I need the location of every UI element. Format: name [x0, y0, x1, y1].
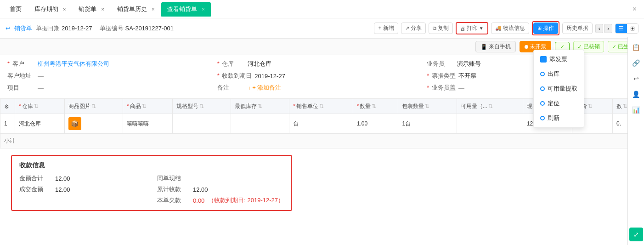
- ticket-label: * 票据类型: [427, 72, 456, 80]
- tab-sales[interactable]: 销货单 ×: [73, 2, 110, 17]
- total-label: 金额合计: [19, 174, 51, 182]
- ops-button[interactable]: ⊞ 操作: [533, 23, 558, 34]
- subtotal-cell: 小计: [0, 134, 644, 148]
- doc-type-label: 销货单: [14, 24, 32, 33]
- sidebar-icon-5[interactable]: 📊: [629, 103, 643, 117]
- col-unit: *销售单位⇅: [289, 99, 353, 114]
- payment-title: 收款信息: [19, 161, 284, 170]
- new-button[interactable]: + 新增: [374, 23, 398, 34]
- grid-view-button[interactable]: ⊞: [627, 24, 638, 33]
- logistics-label: 物流信息: [503, 24, 525, 32]
- list-view-button[interactable]: ☰: [616, 24, 627, 33]
- nav-arrows: ‹ ›: [595, 24, 612, 33]
- address-label: 客户地址: [7, 72, 35, 80]
- history-button[interactable]: 历史单据: [562, 23, 593, 34]
- sidebar-icon-2[interactable]: 🔗: [629, 56, 643, 70]
- add-note-button[interactable]: + + 添加备注: [248, 84, 282, 92]
- project-value: —: [38, 85, 44, 91]
- col-warehouse: *仓库⇅: [15, 99, 65, 114]
- row-unit: 台: [289, 114, 353, 134]
- check-eff-icon: ✓: [612, 44, 616, 50]
- warehouse-field: * 仓库 河北仓库: [217, 60, 427, 68]
- col-product: *商品⇅: [123, 99, 172, 114]
- doc-date-item: 单据日期 2019-12-27: [36, 24, 92, 33]
- col-available: 可用量（...⇅: [457, 99, 523, 114]
- share-button[interactable]: ↗ 分享: [401, 23, 426, 34]
- tab-sales-close[interactable]: ×: [101, 6, 104, 12]
- refresh-icon: [540, 116, 545, 120]
- dropdown-out-stock[interactable]: 出库: [534, 67, 584, 81]
- dropdown-add-invoice[interactable]: 添发票: [534, 52, 584, 67]
- tab-inventory[interactable]: 库存期初 ×: [28, 2, 72, 17]
- tab-view-sales[interactable]: 查看销货单 ×: [161, 2, 210, 17]
- check-icon: ✓: [560, 44, 565, 50]
- check-sold-icon: ✓: [577, 44, 582, 50]
- print-button[interactable]: 🖨 打印 ▼: [456, 22, 488, 34]
- address-field: 客户地址 —: [7, 72, 217, 80]
- available-pick-label: 可用量提取: [548, 85, 577, 93]
- add-invoice-icon: [540, 56, 547, 63]
- staff-field: 业务员 演示账号: [427, 60, 637, 68]
- note-label: 备注: [217, 84, 245, 92]
- row-min-stock: [231, 114, 289, 134]
- next-button[interactable]: ›: [604, 24, 612, 33]
- col-min-stock: 最低库存⇅: [231, 99, 289, 114]
- ops-icon: ⊞: [537, 25, 542, 31]
- window-close-button[interactable]: ×: [629, 5, 640, 13]
- sidebar-icon-3[interactable]: ↩: [629, 72, 643, 85]
- col-qty: *数量⇅: [353, 99, 398, 114]
- copy-button[interactable]: ⧉ 复制: [429, 23, 453, 34]
- row-image: 📦: [64, 114, 123, 134]
- project-label: 项目: [7, 84, 35, 92]
- phone-label: 来自手机: [489, 43, 511, 51]
- total-value: 12.00: [55, 175, 70, 182]
- warehouse-label: * 仓库: [217, 60, 245, 68]
- ticket-value: 不开票: [458, 72, 476, 80]
- view-toggle: ☰ ⊞: [615, 23, 638, 34]
- sidebar-expand-button[interactable]: ⤢: [629, 228, 643, 241]
- phone-button[interactable]: 📱 来自手机: [475, 41, 516, 52]
- cumulative-row: 累计收款 12.00: [157, 185, 284, 194]
- sidebar-icon-4[interactable]: 👤: [629, 87, 643, 101]
- add-note-label: + 添加备注: [252, 84, 281, 92]
- tab-home-label: 首页: [10, 5, 22, 13]
- tab-home[interactable]: 首页: [4, 2, 28, 17]
- col-gear: ⚙: [0, 99, 15, 114]
- doc-date-value: 2019-12-27: [62, 25, 92, 32]
- tab-sales-history-close[interactable]: ×: [152, 6, 154, 12]
- tab-inventory-close[interactable]: ×: [63, 6, 66, 12]
- logistics-button[interactable]: 🚚 物流信息: [491, 23, 529, 34]
- sidebar-icon-1[interactable]: 📋: [629, 40, 643, 54]
- customer-value[interactable]: 柳州粤港平安气体有限公司: [38, 60, 109, 68]
- payment-grid: 金额合计 12.00 同单现结 — 成交金额 12.00 累计收款 12.00: [19, 174, 284, 205]
- print-icon: 🖨: [460, 26, 465, 31]
- col-spec: 规格型号⇅: [172, 99, 231, 114]
- right-sidebar: 📋 🔗 ↩ 👤 📊 ⤢: [627, 37, 644, 245]
- subtotal-row: 小计: [0, 134, 644, 148]
- dropdown-locate[interactable]: 定位: [534, 96, 584, 111]
- due-date-label: * 收款到期日: [217, 72, 252, 80]
- tab-sales-history[interactable]: 销货单历史 ×: [111, 2, 160, 17]
- plus-note-icon: +: [248, 85, 251, 91]
- locate-icon: [540, 101, 545, 106]
- dropdown-refresh[interactable]: 刷新: [534, 111, 584, 125]
- tab-view-sales-close[interactable]: ×: [202, 6, 204, 12]
- note-field: 备注 + + 添加备注: [217, 84, 427, 92]
- add-invoice-label: 添发票: [549, 55, 567, 63]
- ops-dropdown: 添发票 出库 可用量提取 定位 刷新: [533, 50, 584, 128]
- customer-label: * 客户: [7, 60, 35, 68]
- col-image: 商品图片⇅: [64, 99, 123, 114]
- tab-sales-history-label: 销货单历史: [117, 5, 147, 13]
- balance-placeholder: [19, 196, 146, 205]
- new-label: + 新增: [378, 24, 394, 32]
- due-date-field: * 收款到期日 2019-12-27: [217, 72, 427, 80]
- toolbar-right: + 新增 ↗ 分享 ⧉ 复制 🖨 打印 ▼ 🚚 物流信息: [374, 21, 638, 35]
- dropdown-available-pick[interactable]: 可用量提取: [534, 81, 584, 96]
- prev-button[interactable]: ‹: [595, 24, 604, 33]
- subtotal-label: 小计: [4, 137, 15, 144]
- same-order-value: —: [193, 175, 199, 182]
- ops-highlight-box: ⊞ 操作: [532, 21, 559, 35]
- available-pick-icon: [540, 86, 545, 91]
- customer-field: * 客户 柳州粤港平安气体有限公司: [7, 60, 217, 68]
- print-label: 打印: [467, 24, 478, 32]
